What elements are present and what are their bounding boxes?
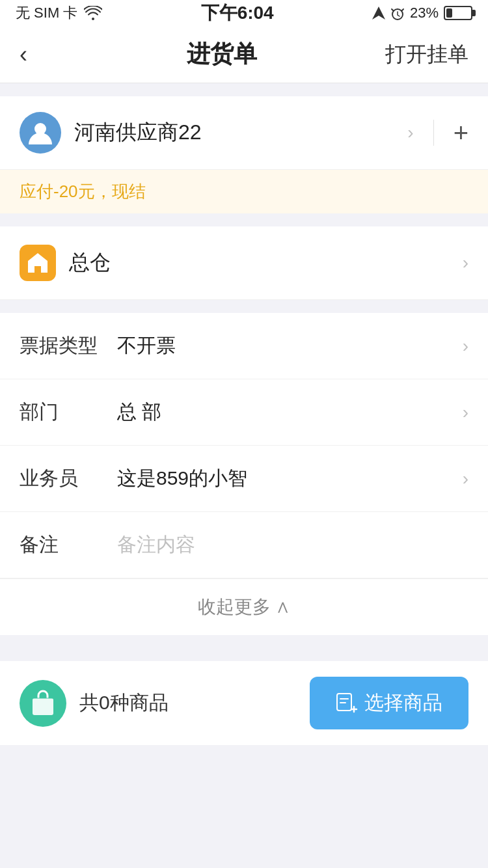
form-section: 票据类型 不开票 › 部门 总 部 › 业务员 这是859的小智 › 备注 备注… <box>0 313 488 635</box>
select-product-button[interactable]: 选择商品 <box>310 677 468 729</box>
notice-bar: 应付-20元，现结 <box>0 170 488 213</box>
dept-label: 部门 <box>20 399 117 426</box>
section-gap-2 <box>0 213 488 226</box>
page-background <box>0 745 488 868</box>
open-pending-button[interactable]: 打开挂单 <box>385 40 468 69</box>
status-time: 下午6:04 <box>201 1 274 25</box>
salesman-label: 业务员 <box>20 465 117 492</box>
warehouse-chevron-icon: › <box>463 252 468 273</box>
sim-text: 无 SIM 卡 <box>16 3 77 23</box>
ticket-chevron-icon: › <box>463 336 468 357</box>
bottom-bar: 共0种商品 选择商品 <box>0 661 488 745</box>
select-product-label: 选择商品 <box>364 690 442 716</box>
supplier-row[interactable]: 河南供应商22 › + <box>0 96 488 170</box>
house-icon <box>27 252 49 274</box>
ticket-type-label: 票据类型 <box>20 332 117 359</box>
supplier-avatar <box>20 112 61 154</box>
warehouse-section: 总仓 › <box>0 226 488 300</box>
item-count-label: 共0种商品 <box>79 690 297 716</box>
dept-value: 总 部 <box>117 399 463 426</box>
remark-row[interactable]: 备注 备注内容 <box>0 512 488 578</box>
wifi-icon <box>84 6 102 20</box>
salesman-chevron-icon: › <box>463 468 468 489</box>
remark-label: 备注 <box>20 532 117 558</box>
supplier-name: 河南供应商22 <box>74 118 407 147</box>
battery-icon <box>444 6 472 20</box>
page-title: 进货单 <box>187 38 257 70</box>
warehouse-icon-wrap <box>20 245 56 281</box>
cart-icon-wrap <box>20 680 66 727</box>
ticket-type-row[interactable]: 票据类型 不开票 › <box>0 313 488 379</box>
salesman-value: 这是859的小智 <box>117 465 463 492</box>
alarm-icon <box>390 6 405 20</box>
salesman-row[interactable]: 业务员 这是859的小智 › <box>0 446 488 512</box>
back-button[interactable]: ‹ <box>20 41 59 68</box>
section-gap-4 <box>0 635 488 648</box>
collapse-row[interactable]: 收起更多 ∧ <box>0 578 488 635</box>
user-icon <box>27 120 53 146</box>
status-left: 无 SIM 卡 <box>16 3 102 23</box>
nav-bar: ‹ 进货单 打开挂单 <box>0 26 488 83</box>
svg-rect-2 <box>33 698 53 715</box>
vertical-divider <box>433 120 434 146</box>
notice-text: 应付-20元，现结 <box>20 182 146 201</box>
ticket-type-value: 不开票 <box>117 332 463 359</box>
remark-input[interactable]: 备注内容 <box>117 532 468 558</box>
dept-chevron-icon: › <box>463 402 468 423</box>
warehouse-name: 总仓 <box>69 249 463 277</box>
battery-percent: 23% <box>410 5 439 21</box>
status-right: 23% <box>372 5 472 21</box>
status-bar: 无 SIM 卡 下午6:04 23% <box>0 0 488 26</box>
supplier-section: 河南供应商22 › + 应付-20元，现结 <box>0 96 488 213</box>
section-gap-1 <box>0 83 488 96</box>
dept-row[interactable]: 部门 总 部 › <box>0 379 488 446</box>
shopping-bag-icon <box>29 689 57 718</box>
add-supplier-button[interactable]: + <box>454 118 468 148</box>
warehouse-row[interactable]: 总仓 › <box>0 226 488 300</box>
supplier-chevron-icon: › <box>407 122 413 143</box>
section-gap-3 <box>0 300 488 313</box>
location-icon <box>372 7 385 20</box>
collapse-text: 收起更多 ∧ <box>198 595 291 619</box>
select-product-icon <box>336 692 358 714</box>
